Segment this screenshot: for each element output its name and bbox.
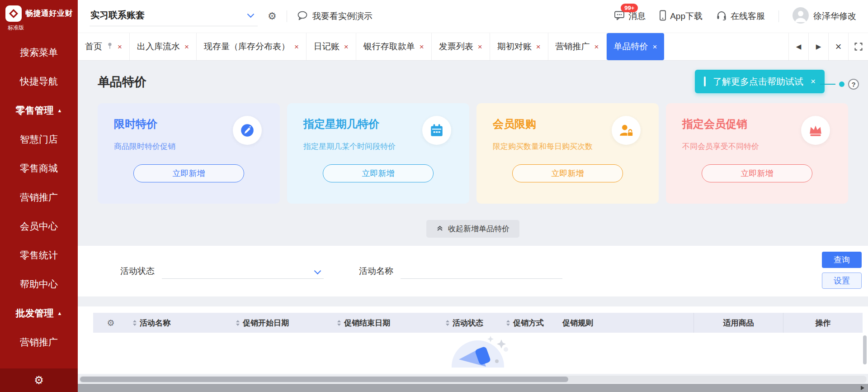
tab-journal[interactable]: 日记账× <box>307 33 356 60</box>
messages-button[interactable]: 99+ 消息 <box>614 10 646 23</box>
sidebar-item-help-center[interactable]: 帮助中心 <box>0 270 78 299</box>
app-download-button[interactable]: App下载 <box>659 10 703 23</box>
sidebar-settings-button[interactable]: ⚙ <box>0 368 78 392</box>
sidebar-item-retail-mall[interactable]: 零售商城 <box>0 154 78 183</box>
banner-close-icon[interactable]: × <box>811 76 816 86</box>
tab-close-icon[interactable]: × <box>118 43 122 51</box>
tab-opening-reconciliation[interactable]: 期初对账× <box>490 33 548 60</box>
activity-name-input[interactable] <box>401 263 562 279</box>
query-button[interactable]: 查询 <box>822 252 862 268</box>
settings-gear-button[interactable]: ⚙ <box>268 11 277 21</box>
close-all-tabs-button[interactable]: × <box>828 33 848 60</box>
settings-button[interactable]: 设置 <box>822 272 862 289</box>
tab-close-icon[interactable]: × <box>420 43 424 51</box>
scrollbar-thumb[interactable] <box>80 377 568 382</box>
avatar <box>793 7 809 26</box>
tab-scroll-left-button[interactable]: ◀ <box>788 33 808 60</box>
vertical-scrollbar-thumb[interactable] <box>863 335 867 364</box>
sidebar-group-wholesale-management[interactable]: 批发管理▲ <box>0 299 78 328</box>
window-scrollbar[interactable] <box>78 384 868 392</box>
add-now-button[interactable]: 立即新增 <box>512 164 623 182</box>
demo-link[interactable]: 我要看实例演示 <box>297 10 373 23</box>
table-body-empty <box>93 333 863 368</box>
sidebar-menu: 搜索菜单 快捷导航 零售管理▲ 智慧门店 零售商城 营销推广 会员中心 零售统计… <box>0 34 78 368</box>
promo-card-flash-sale: 限时特价 商品限时特价促销 立即新增 <box>98 103 280 204</box>
headset-icon <box>716 10 727 23</box>
topbar: 实习联系账套 ⚙ 我要看实例演示 99+ 消息 App下载 <box>78 0 868 33</box>
tab-close-icon[interactable]: × <box>653 43 657 51</box>
col-applicable-goods: 适用商品 <box>693 313 783 333</box>
main-column: 实习联系账套 ⚙ 我要看实例演示 99+ 消息 App下载 <box>78 0 868 392</box>
sidebar-item-quick-nav[interactable]: 快捷导航 <box>0 67 78 96</box>
activity-name-group: 活动名称 <box>359 263 562 279</box>
promo-card-weekday-special: 指定星期几特价 指定星期几某个时间段特价 立即新增 <box>287 103 469 204</box>
promo-cards-row: 限时特价 商品限时特价促销 立即新增 指定星期几特价 指定星期几某个时间段特价 … <box>78 103 868 204</box>
sort-icon[interactable] <box>337 320 341 326</box>
sort-icon[interactable] <box>133 320 137 326</box>
sidebar-group-retail-management[interactable]: 零售管理▲ <box>0 96 78 125</box>
sidebar-item-retail-stats[interactable]: 零售统计 <box>0 241 78 270</box>
chevron-double-up-icon <box>436 225 443 234</box>
sidebar-item-wholesale-marketing[interactable]: 营销推广 <box>0 328 78 357</box>
collapse-new-promo-button[interactable]: 收起新增单品特价 <box>426 220 519 238</box>
tab-marketing[interactable]: 营销推广× <box>548 33 607 60</box>
pointer-line <box>820 84 835 85</box>
col-promo-end-date[interactable]: 促销结束日期 <box>333 313 441 333</box>
tab-close-icon[interactable]: × <box>536 43 541 51</box>
activity-status-group: 活动状态 <box>120 263 324 279</box>
collapse-triangle-icon: ▲ <box>57 311 62 316</box>
tab-close-icon[interactable]: × <box>344 43 349 51</box>
promo-card-member-promo: 指定会员促销 不同会员享受不同特价 立即新增 <box>666 103 848 204</box>
page-title: 单品特价 <box>98 74 146 90</box>
tab-stock-distribution[interactable]: 现存量（库存分布表）× <box>197 33 307 60</box>
tab-invoice-list[interactable]: 发票列表× <box>432 33 490 60</box>
gear-icon: ⚙ <box>34 374 44 387</box>
sidebar-item-smart-store[interactable]: 智慧门店 <box>0 125 78 154</box>
help-banner-text: 了解更多点击帮助试试 <box>713 76 803 88</box>
user-menu[interactable]: 徐泽华修改 <box>793 7 856 26</box>
results-table-panel: ⚙ 活动名称 促销开始日期 促销结束日期 活动状态 促销方式 促销规则 适用商品… <box>78 306 868 374</box>
sort-icon[interactable] <box>506 320 510 326</box>
collapse-bar-label: 收起新增单品特价 <box>448 224 509 234</box>
col-activity-name[interactable]: 活动名称 <box>128 313 231 333</box>
add-now-button[interactable]: 立即新增 <box>702 164 812 182</box>
tab-scroll-right-button[interactable]: ▶ <box>808 33 828 60</box>
activity-status-select[interactable] <box>162 263 324 279</box>
online-service-button[interactable]: 在线客服 <box>716 10 765 23</box>
sort-icon[interactable] <box>446 320 449 326</box>
add-now-button[interactable]: 立即新增 <box>323 164 434 182</box>
tab-home[interactable]: 首页 × <box>78 33 130 60</box>
pointer-dot <box>839 81 844 87</box>
tab-label: 首页 <box>85 41 102 53</box>
tab-stock-flow[interactable]: 出入库流水× <box>130 33 197 60</box>
phone-icon <box>659 10 666 23</box>
chevron-down-icon <box>247 10 255 18</box>
page-content: 单品特价 了解更多点击帮助试试 × ? 限时特价 商品限时特价促销 立即新增 <box>78 61 868 392</box>
promo-card-member-limit: 会员限购 限定购买数量和每日购买次数 立即新增 <box>476 103 659 204</box>
collapse-triangle-icon: ▲ <box>57 108 62 113</box>
sort-icon[interactable] <box>236 320 240 326</box>
tab-close-icon[interactable]: × <box>594 43 599 51</box>
tab-close-icon[interactable]: × <box>478 43 482 51</box>
sidebar-item-member-center[interactable]: 会员中心 <box>0 212 78 241</box>
tab-bank-deposit[interactable]: 银行存取款单× <box>356 33 432 60</box>
col-promo-start-date[interactable]: 促销开始日期 <box>231 313 333 333</box>
tab-item-special-price[interactable]: 单品特价× <box>607 33 665 60</box>
fullscreen-button[interactable] <box>848 33 868 60</box>
add-now-button[interactable]: 立即新增 <box>133 164 244 182</box>
sidebar-item-marketing[interactable]: 营销推广 <box>0 183 78 212</box>
brand-logo-icon <box>5 5 22 22</box>
sidebar-item-search-menu[interactable]: 搜索菜单 <box>0 38 78 67</box>
activity-name-label: 活动名称 <box>359 265 393 277</box>
account-set-dropdown[interactable]: 实习联系账套 <box>90 6 258 26</box>
filter-actions: 查询 设置 <box>822 252 862 289</box>
crown-icon <box>801 116 830 145</box>
col-activity-status[interactable]: 活动状态 <box>441 313 502 333</box>
tab-close-icon[interactable]: × <box>294 43 299 51</box>
help-question-button[interactable]: ? <box>848 79 859 90</box>
online-service-label: 在线客服 <box>731 10 765 22</box>
column-settings-button[interactable]: ⚙ <box>93 313 128 333</box>
col-promo-method[interactable]: 促销方式 <box>502 313 558 333</box>
tab-close-icon[interactable]: × <box>184 43 189 51</box>
filter-panel: 活动状态 活动名称 查询 设置 <box>78 246 868 296</box>
